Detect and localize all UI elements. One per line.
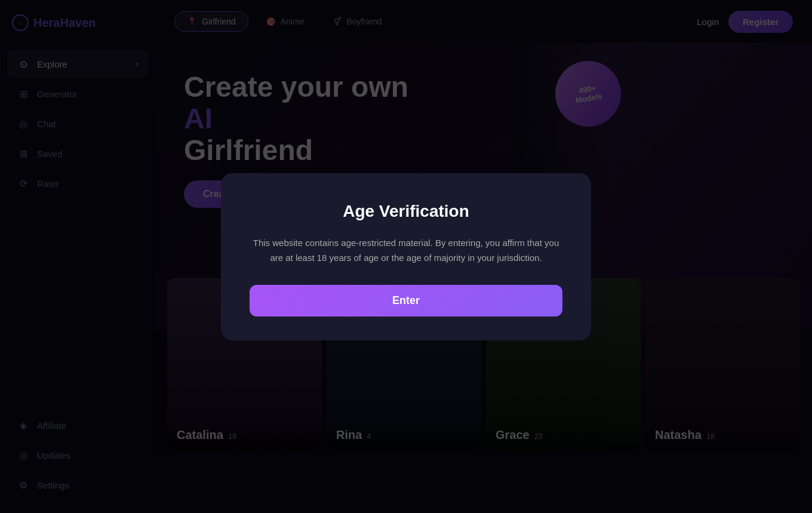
age-verification-modal: Age Verification This website contains a… [221, 173, 591, 340]
modal-enter-button[interactable]: Enter [250, 285, 562, 317]
modal-body: This website contains age-restricted mat… [250, 235, 562, 266]
modal-title: Age Verification [250, 202, 562, 221]
modal-overlay: Age Verification This website contains a… [0, 0, 812, 513]
